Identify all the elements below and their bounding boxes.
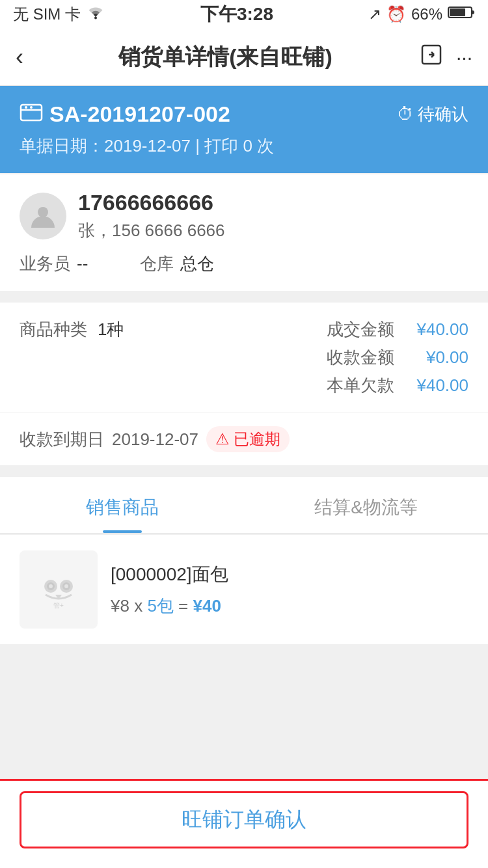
customer-row: 17666666666 张，156 6666 6666: [20, 190, 468, 242]
product-item: 管+ [0000002]面包 ¥8 x 5包 = ¥40: [0, 535, 488, 644]
collected-amount-label: 收款金额: [327, 346, 394, 369]
product-name: [0000002]面包: [111, 562, 468, 587]
tab-settlement[interactable]: 结算&物流等: [244, 477, 488, 533]
product-qty: 5包: [147, 596, 173, 616]
due-section: 收款到期日 2019-12-07 ⚠ 已逾期: [0, 413, 488, 465]
wifi-icon: [86, 5, 105, 23]
sales-person-value: --: [77, 254, 88, 274]
svg-point-6: [30, 106, 33, 109]
order-status-text: 待确认: [418, 103, 468, 126]
product-kinds-label: 商品种类: [20, 318, 87, 341]
collected-amount-value: ¥0.00: [403, 347, 468, 368]
summary-section: 商品种类 1种 成交金额 ¥40.00 收款金额 ¥0.00 本单欠款 ¥40.…: [0, 303, 488, 413]
sales-person-item: 业务员 --: [20, 252, 88, 275]
location-icon: ↗: [368, 5, 381, 23]
product-unit-price: ¥8 x: [111, 596, 147, 616]
owed-amount-label: 本单欠款: [327, 374, 394, 397]
product-total: ¥40: [193, 596, 221, 616]
svg-point-7: [38, 207, 48, 217]
tab-products-label: 销售商品: [86, 497, 159, 517]
order-icon: [20, 102, 43, 127]
summary-right: 成交金额 ¥40.00 收款金额 ¥0.00 本单欠款 ¥40.00: [327, 318, 468, 397]
page-title: 销货单详情(来自旺铺): [31, 42, 420, 72]
status-right: ↗ ⏰ 66%: [368, 5, 475, 23]
back-button[interactable]: ‹: [16, 38, 31, 76]
customer-avatar: [20, 193, 66, 239]
svg-rect-2: [450, 8, 465, 16]
deal-amount-line: 成交金额 ¥40.00: [327, 318, 468, 341]
svg-point-13: [64, 584, 68, 588]
order-id: SA-20191207-002: [20, 102, 230, 127]
battery-icon: [448, 5, 475, 23]
status-clock-icon: ⏱: [397, 104, 414, 124]
overdue-text: 已逾期: [234, 429, 280, 450]
share-button[interactable]: [420, 43, 443, 71]
summary-left: 商品种类 1种: [20, 318, 124, 341]
status-bar: 无 SIM 卡 下午3:28 ↗ ⏰ 66%: [0, 0, 488, 29]
tab-products[interactable]: 销售商品: [0, 477, 244, 533]
battery-text: 66%: [411, 5, 442, 23]
tab-settlement-label: 结算&物流等: [314, 497, 418, 517]
collected-amount-line: 收款金额 ¥0.00: [327, 346, 468, 369]
status-carrier: 无 SIM 卡: [13, 4, 105, 25]
product-info: [0000002]面包 ¥8 x 5包 = ¥40: [111, 562, 468, 617]
deal-amount-value: ¥40.00: [403, 319, 468, 340]
warehouse-item: 仓库 总仓: [140, 252, 214, 275]
confirm-order-button[interactable]: 旺铺订单确认: [20, 791, 468, 848]
bottom-area: [0, 644, 488, 774]
product-thumbnail: 管+: [20, 550, 98, 629]
due-date-label: 收款到期日: [20, 428, 104, 451]
svg-text:管+: 管+: [53, 602, 64, 609]
status-time: 下午3:28: [200, 2, 273, 27]
customer-section: 17666666666 张，156 6666 6666 业务员 -- 仓库 总仓: [0, 174, 488, 291]
confirm-button-wrap: 旺铺订单确认: [0, 779, 488, 868]
overdue-icon: ⚠: [215, 430, 230, 448]
product-price: ¥8 x 5包 = ¥40: [111, 595, 468, 617]
order-date: 单据日期：2019-12-07 | 打印 0 次: [20, 135, 468, 157]
owed-amount-value: ¥40.00: [403, 375, 468, 396]
nav-actions: ···: [420, 43, 472, 71]
due-date-value: 2019-12-07: [112, 429, 198, 450]
warehouse-value: 总仓: [180, 252, 214, 275]
section-divider-2: [0, 465, 488, 477]
customer-phone: 17666666666: [78, 190, 468, 215]
warehouse-label: 仓库: [140, 252, 174, 275]
deal-amount-label: 成交金额: [327, 318, 394, 341]
nav-bar: ‹ 销货单详情(来自旺铺) ···: [0, 29, 488, 86]
more-button[interactable]: ···: [456, 46, 472, 68]
order-id-text: SA-20191207-002: [49, 102, 230, 127]
product-list: 管+ [0000002]面包 ¥8 x 5包 = ¥40: [0, 535, 488, 644]
order-header-top: SA-20191207-002 ⏱ 待确认: [20, 102, 468, 127]
svg-point-12: [49, 584, 53, 588]
order-header-card: SA-20191207-002 ⏱ 待确认 单据日期：2019-12-07 | …: [0, 86, 488, 173]
customer-name: 张，156 6666 6666: [78, 219, 468, 242]
tabs-bar: 销售商品 结算&物流等: [0, 477, 488, 534]
carrier-text: 无 SIM 卡: [13, 4, 81, 25]
customer-meta: 业务员 -- 仓库 总仓: [20, 252, 468, 275]
section-divider-1: [0, 291, 488, 303]
customer-info: 17666666666 张，156 6666 6666: [78, 190, 468, 242]
order-status: ⏱ 待确认: [397, 103, 468, 126]
product-kinds-value: 1种: [98, 318, 124, 341]
svg-point-5: [25, 106, 27, 109]
owed-amount-line: 本单欠款 ¥40.00: [327, 374, 468, 397]
product-equals: =: [174, 596, 193, 616]
svg-point-0: [94, 17, 97, 20]
alarm-icon: ⏰: [386, 5, 406, 23]
overdue-badge: ⚠ 已逾期: [206, 426, 290, 452]
sales-person-label: 业务员: [20, 252, 70, 275]
